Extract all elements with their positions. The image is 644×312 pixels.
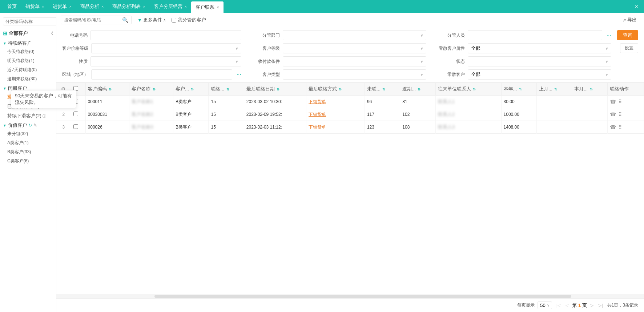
more-action-icon[interactable]: ⠿ bbox=[618, 112, 622, 117]
export-button[interactable]: ↗ 导出 bbox=[619, 15, 640, 25]
last-page-button[interactable]: ▷| bbox=[596, 302, 604, 309]
row-checkbox[interactable] bbox=[71, 108, 85, 121]
nav-home[interactable]: 首页 bbox=[3, 0, 21, 13]
sort-icon-contact[interactable]: ⇅ bbox=[226, 87, 229, 91]
horizontal-scrollbar[interactable] bbox=[56, 294, 644, 298]
filter-gender-row: 性质 ∨ bbox=[62, 56, 241, 66]
sort-icon-code[interactable]: ⇅ bbox=[109, 87, 112, 91]
nav-sales[interactable]: 销货单 × bbox=[21, 0, 48, 13]
retail-label: 零散客户 bbox=[432, 72, 465, 78]
nav-product-list-label: 商品分析列表 bbox=[112, 3, 141, 10]
my-customers-checkbox-label[interactable]: 我分管的客户 bbox=[172, 17, 206, 23]
customer-level-select[interactable]: ∨ bbox=[283, 43, 426, 53]
contact-action-icon[interactable]: ☎ bbox=[610, 112, 616, 117]
first-page-button[interactable]: |◁ bbox=[555, 302, 563, 309]
settings-button[interactable]: 设置 bbox=[620, 43, 638, 53]
sort-icon-name[interactable]: ⇅ bbox=[153, 87, 156, 91]
zero-attr-value: 全部 bbox=[471, 45, 480, 52]
nav-purchase-close[interactable]: × bbox=[69, 4, 71, 9]
gender-select[interactable]: ∨ bbox=[90, 56, 241, 66]
filter-price-level-row: 客户价格等级 ∨ bbox=[62, 43, 241, 53]
person-input[interactable] bbox=[468, 30, 602, 40]
sort-icon-this-year[interactable]: ⇅ bbox=[519, 87, 522, 91]
zero-attr-select[interactable]: 全部 ∨ bbox=[468, 43, 611, 53]
row-no-contact: 117 bbox=[365, 108, 400, 121]
per-page-select[interactable]: 50 ∨ bbox=[538, 301, 552, 309]
query-button[interactable]: 查询 bbox=[617, 30, 638, 40]
sidebar: 🔍 ⊞ 全部客户 《 ▼ 待联络客户 今天待联络(0) 明天待联络(1) 近7天… bbox=[0, 13, 56, 312]
payment-select[interactable]: ∨ bbox=[283, 56, 426, 66]
sort-icon-last-month[interactable]: ⇅ bbox=[554, 87, 557, 91]
sidebar-item-overdue-pending[interactable]: 逾期未联络(30) bbox=[0, 74, 56, 84]
region-input[interactable] bbox=[91, 69, 232, 80]
sidebar-item-week-pending[interactable]: 近7天待联络(0) bbox=[0, 65, 56, 74]
row-select-checkbox[interactable] bbox=[73, 124, 78, 129]
sidebar-group-value[interactable]: ▼ 价值客户 ↻ ✎ bbox=[0, 121, 56, 129]
nav-product-list-close[interactable]: × bbox=[143, 4, 145, 9]
filter-search-button[interactable]: 🔍 bbox=[122, 17, 128, 23]
sort-icon-last-date[interactable]: ⇅ bbox=[277, 87, 279, 91]
nav-product-analysis[interactable]: 商品分析 × bbox=[76, 0, 108, 13]
prev-page-button[interactable]: ◁ bbox=[564, 302, 571, 309]
status-select[interactable]: ∨ bbox=[468, 56, 611, 66]
row-select-checkbox[interactable] bbox=[73, 112, 78, 116]
region-dots[interactable]: ··· bbox=[237, 71, 241, 78]
sort-icon-overdue[interactable]: ⇅ bbox=[418, 87, 420, 91]
filter-phone-row: 电话号码 bbox=[62, 30, 241, 40]
sidebar-all-customers[interactable]: ⊞ 全部客户 《 bbox=[0, 28, 56, 39]
nav-purchase[interactable]: 进货单 × bbox=[48, 0, 76, 13]
filter-bar: 🔍 ▼ 更多条件 ∧ 我分管的客户 ↗ 导出 bbox=[56, 13, 644, 27]
edit-icon[interactable]: ✎ bbox=[33, 123, 37, 128]
customer-type-chevron: ∨ bbox=[420, 73, 423, 77]
phone-input[interactable] bbox=[90, 30, 241, 40]
sidebar-item-class-a[interactable]: A类客户(1) bbox=[0, 138, 56, 147]
contact-action-icon[interactable]: ☎ bbox=[610, 124, 616, 130]
more-action-icon[interactable]: ⠿ bbox=[618, 99, 622, 105]
pagination: 每页显示 50 ∨ |◁ ◁ 第 1 页 ▷ ▷| 共1页，3条记录 bbox=[56, 298, 644, 312]
sidebar-item-tomorrow-pending[interactable]: 明天待联络(1) bbox=[0, 56, 56, 65]
top-nav: 首页 销货单 × 进货单 × 商品分析 × 商品分析列表 × 客户分层经营 × … bbox=[0, 0, 644, 13]
sort-icon-no-contact[interactable]: ⇅ bbox=[382, 87, 385, 91]
refresh-icon[interactable]: ↻ bbox=[28, 123, 32, 128]
retail-select[interactable]: 全部 ∨ bbox=[468, 69, 611, 80]
table-row: 1 000011 客户名称1 B类客户 15 2023-03-02 10:30:… bbox=[56, 96, 644, 108]
sidebar-item-class-c[interactable]: C类客户(6) bbox=[0, 157, 56, 166]
sidebar-group-pending-contact[interactable]: ▼ 待联络客户 bbox=[0, 39, 56, 47]
row-checkbox[interactable] bbox=[71, 121, 85, 134]
nav-customer-contact-close[interactable]: × bbox=[217, 5, 219, 9]
nav-customer-segment[interactable]: 客户分层经营 × bbox=[150, 0, 191, 13]
filter-customer-level-row: 客户等级 ∨ bbox=[247, 43, 426, 53]
more-conditions-button[interactable]: ▼ 更多条件 ∧ bbox=[134, 15, 169, 25]
window-close-button[interactable]: × bbox=[632, 3, 641, 10]
my-customers-checkbox[interactable] bbox=[172, 18, 176, 23]
nav-sales-close[interactable]: × bbox=[42, 4, 44, 9]
adv-filter-actions: 查询 设置 bbox=[617, 30, 638, 53]
row-last-method[interactable]: 下销货单 bbox=[306, 96, 365, 108]
sidebar-search-input[interactable] bbox=[3, 17, 56, 25]
next-page-button[interactable]: ▷ bbox=[588, 302, 595, 309]
customer-type-select[interactable]: ∨ bbox=[283, 69, 426, 80]
sidebar-item-declining[interactable]: 持续下滑客户(2) ⓘ bbox=[0, 111, 56, 121]
nav-product-list[interactable]: 商品分析列表 × bbox=[108, 0, 149, 13]
nav-customer-segment-close[interactable]: × bbox=[185, 4, 187, 9]
sidebar-item-today-pending[interactable]: 今天待联络(0) bbox=[0, 47, 56, 56]
nav-product-analysis-close[interactable]: × bbox=[101, 4, 104, 9]
more-action-icon[interactable]: ⠿ bbox=[618, 124, 622, 130]
sidebar-item-ungrouped[interactable]: 未分组(32) bbox=[0, 129, 56, 138]
sidebar-item-class-b[interactable]: B类客户(33) bbox=[0, 147, 56, 157]
row-last-method[interactable]: 下销货单 bbox=[306, 108, 365, 121]
scrollbar-thumb[interactable] bbox=[154, 295, 571, 298]
contact-action-icon[interactable]: ☎ bbox=[610, 99, 616, 105]
sort-icon-this-month[interactable]: ⇅ bbox=[590, 87, 593, 91]
filter-search-input[interactable] bbox=[64, 17, 122, 23]
nav-customer-contact[interactable]: 客户联系 × bbox=[191, 1, 223, 13]
price-level-select[interactable]: ∨ bbox=[91, 43, 241, 53]
sort-icon-unit-contact[interactable]: ⇅ bbox=[473, 87, 476, 91]
gender-label: 性质 bbox=[62, 58, 88, 65]
person-dots[interactable]: ··· bbox=[607, 32, 611, 39]
dept-select[interactable]: ∨ bbox=[283, 30, 426, 40]
row-last-method[interactable]: 下销货单 bbox=[306, 121, 365, 134]
row-this-year: 1000.00 bbox=[501, 108, 536, 121]
sort-icon-last-method[interactable]: ⇅ bbox=[339, 87, 342, 91]
sort-icon-type[interactable]: ⇅ bbox=[191, 87, 194, 91]
